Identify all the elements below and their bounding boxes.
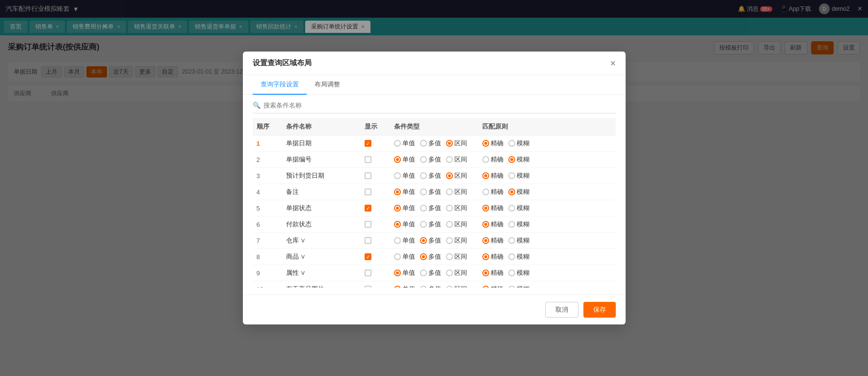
- cond-multi[interactable]: 多值: [420, 269, 441, 277]
- label-single: 单值: [402, 204, 415, 213]
- display-checkbox[interactable]: [365, 140, 371, 147]
- cond-range[interactable]: 区间: [446, 252, 467, 261]
- order-num: 2: [257, 156, 260, 163]
- label-exact: 精确: [491, 188, 503, 196]
- match-fuzzy[interactable]: 模糊: [508, 155, 529, 164]
- radio-range: [446, 237, 453, 244]
- match-fuzzy[interactable]: 模糊: [508, 285, 529, 288]
- row-match-rule: 精确 模糊: [478, 139, 586, 148]
- cond-range[interactable]: 区间: [446, 285, 467, 288]
- cond-single[interactable]: 单值: [394, 188, 415, 196]
- label-single: 单值: [402, 139, 415, 148]
- match-exact[interactable]: 精确: [482, 285, 503, 288]
- radio-fuzzy: [508, 188, 515, 195]
- match-fuzzy[interactable]: 模糊: [508, 236, 529, 245]
- display-checkbox[interactable]: [365, 269, 371, 276]
- cond-single[interactable]: 单值: [394, 285, 415, 288]
- row-display[interactable]: [361, 269, 390, 276]
- label-fuzzy: 模糊: [517, 171, 529, 180]
- dialog-close-button[interactable]: ×: [610, 59, 616, 68]
- dialog-tab-查询字段设置[interactable]: 查询字段设置: [253, 75, 307, 95]
- cond-multi[interactable]: 多值: [420, 188, 441, 196]
- display-checkbox[interactable]: [365, 156, 371, 163]
- row-display[interactable]: [361, 188, 390, 195]
- match-fuzzy[interactable]: 模糊: [508, 171, 529, 180]
- cond-multi[interactable]: 多值: [420, 204, 441, 213]
- match-exact[interactable]: 精确: [482, 269, 503, 277]
- display-checkbox[interactable]: [365, 172, 371, 179]
- search-input[interactable]: [263, 102, 362, 109]
- radio-exact: [482, 156, 489, 163]
- match-exact[interactable]: 精确: [482, 188, 503, 196]
- row-cond-type: 单值 多值 区间: [390, 269, 478, 277]
- label-exact: 精确: [491, 285, 503, 288]
- table-row: 7仓库 ∨ 单值 多值 区间 精确 模糊: [253, 233, 616, 249]
- match-exact[interactable]: 精确: [482, 252, 503, 261]
- display-checkbox[interactable]: [365, 205, 371, 212]
- cond-multi[interactable]: 多值: [420, 139, 441, 148]
- row-match-rule: 精确 模糊: [478, 236, 586, 245]
- cancel-button[interactable]: 取消: [545, 302, 579, 318]
- match-fuzzy[interactable]: 模糊: [508, 220, 529, 229]
- row-display[interactable]: [361, 253, 390, 260]
- cond-multi[interactable]: 多值: [420, 252, 441, 261]
- cond-single[interactable]: 单值: [394, 252, 415, 261]
- cond-single[interactable]: 单值: [394, 236, 415, 245]
- radio-range: [446, 188, 453, 195]
- radio-range: [446, 156, 453, 163]
- label-multi: 多值: [428, 204, 441, 213]
- match-exact[interactable]: 精确: [482, 155, 503, 164]
- match-fuzzy[interactable]: 模糊: [508, 252, 529, 261]
- cond-range[interactable]: 区间: [446, 188, 467, 196]
- dialog-tab-布局调整[interactable]: 布局调整: [307, 75, 348, 95]
- display-checkbox[interactable]: [365, 221, 371, 228]
- display-checkbox[interactable]: [365, 286, 371, 288]
- cond-single[interactable]: 单值: [394, 269, 415, 277]
- row-order: 8: [253, 253, 282, 261]
- cond-range[interactable]: 区间: [446, 236, 467, 245]
- row-display[interactable]: [361, 221, 390, 228]
- cond-range[interactable]: 区间: [446, 204, 467, 213]
- cond-single[interactable]: 单值: [394, 139, 415, 148]
- cond-multi[interactable]: 多值: [420, 171, 441, 180]
- order-num: 5: [257, 205, 260, 212]
- label-fuzzy: 模糊: [517, 155, 529, 164]
- display-checkbox[interactable]: [365, 188, 371, 195]
- row-display[interactable]: [361, 156, 390, 163]
- cond-multi[interactable]: 多值: [420, 220, 441, 229]
- cond-single[interactable]: 单值: [394, 220, 415, 229]
- match-exact[interactable]: 精确: [482, 204, 503, 213]
- cond-single[interactable]: 单值: [394, 155, 415, 164]
- row-display[interactable]: [361, 237, 390, 244]
- match-fuzzy[interactable]: 模糊: [508, 188, 529, 196]
- display-checkbox[interactable]: [365, 253, 371, 260]
- match-exact[interactable]: 精确: [482, 139, 503, 148]
- match-fuzzy[interactable]: 模糊: [508, 204, 529, 213]
- match-exact[interactable]: 精确: [482, 220, 503, 229]
- row-display[interactable]: [361, 286, 390, 288]
- cond-range[interactable]: 区间: [446, 155, 467, 164]
- save-button[interactable]: 保存: [583, 302, 616, 318]
- match-fuzzy[interactable]: 模糊: [508, 139, 529, 148]
- match-fuzzy[interactable]: 模糊: [508, 269, 529, 277]
- radio-multi: [420, 269, 427, 276]
- cond-multi[interactable]: 多值: [420, 155, 441, 164]
- display-checkbox[interactable]: [365, 237, 371, 244]
- match-exact[interactable]: 精确: [482, 171, 503, 180]
- cond-single[interactable]: 单值: [394, 204, 415, 213]
- row-match-rule: 精确 模糊: [478, 252, 586, 261]
- cond-single[interactable]: 单值: [394, 171, 415, 180]
- cond-range[interactable]: 区间: [446, 220, 467, 229]
- match-exact[interactable]: 精确: [482, 236, 503, 245]
- row-display[interactable]: [361, 140, 390, 147]
- cond-range[interactable]: 区间: [446, 269, 467, 277]
- cond-range[interactable]: 区间: [446, 139, 467, 148]
- row-display[interactable]: [361, 172, 390, 179]
- row-display[interactable]: [361, 205, 390, 212]
- cond-multi[interactable]: 多值: [420, 285, 441, 288]
- row-cond-type: 单值 多值 区间: [390, 155, 478, 164]
- cond-range[interactable]: 区间: [446, 171, 467, 180]
- label-exact: 精确: [491, 204, 503, 213]
- radio-fuzzy: [508, 286, 515, 288]
- cond-multi[interactable]: 多值: [420, 236, 441, 245]
